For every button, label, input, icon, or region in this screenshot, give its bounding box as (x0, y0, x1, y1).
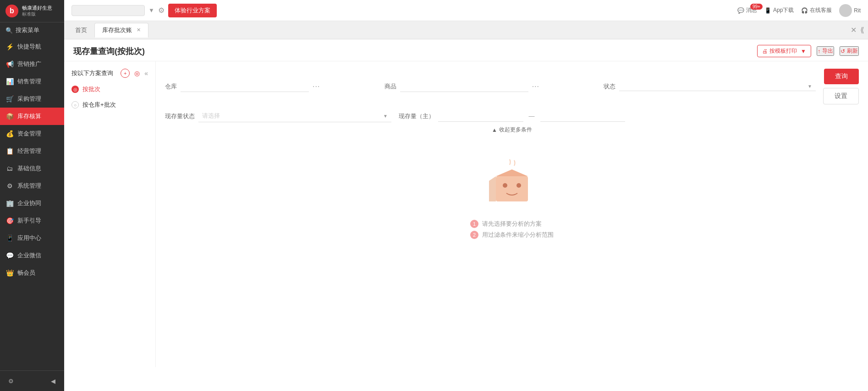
enterprise-icon: 🏢 (5, 199, 14, 207)
settings-button-query[interactable]: 设置 (823, 88, 859, 104)
user-avatar[interactable]: Rit (839, 4, 861, 17)
status-select[interactable]: ▼ (619, 82, 816, 91)
sidebar: b 畅康通好生意 标准版 🔍 搜索菜单 ⚡ 快捷导航 📢 营销推广 📊 (0, 0, 64, 391)
export-button[interactable]: ↑ 导出 (817, 46, 834, 56)
page-header-actions: 🖨 按模板打印 ▼ ↑ 导出 ↺ 刷新 (757, 45, 859, 57)
refresh-icon: ↺ (841, 48, 845, 54)
expand-icon[interactable]: ⟪ (860, 26, 864, 34)
template-print-button[interactable]: 🖨 按模板打印 ▼ (757, 45, 811, 57)
marketing-icon: 📢 (5, 60, 14, 68)
print-icon: 🖨 (762, 48, 768, 54)
sidebar-item-basic[interactable]: 🗂 基础信息 (0, 160, 64, 177)
sidebar-item-newbie[interactable]: 🎯 新手引导 (0, 212, 64, 229)
sidebar-item-purchase[interactable]: 🛒 采购管理 (0, 90, 64, 108)
sidebar-item-inventory[interactable]: 📦 库存核算 (0, 108, 64, 125)
wechat-icon: 💬 (5, 251, 14, 260)
settings-button[interactable]: ⚙ (5, 375, 16, 386)
warehouse-input[interactable] (181, 81, 309, 92)
tab-inventory-batch[interactable]: 库存批次账 ✕ (94, 23, 148, 38)
collapse-left-panel-icon[interactable]: « (144, 70, 148, 77)
basic-icon: 🗂 (5, 164, 14, 173)
topbar-search-input[interactable] (71, 5, 145, 16)
sidebar-search[interactable]: 🔍 搜索菜单 (0, 22, 64, 38)
sidebar-item-system[interactable]: ⚙ 系统管理 (0, 177, 64, 195)
company-name: 畅康通好生意 (22, 5, 52, 11)
tab-home[interactable]: 首页 (68, 23, 94, 38)
quick-nav-icon: ⚡ (5, 43, 14, 51)
query-button[interactable]: 查询 (824, 69, 859, 84)
plan-item-warehouse-batch[interactable]: ○ 按仓库+批次 (64, 97, 155, 113)
topbar: ▼ ⚙ 体验行业方案 💬 消息 99+ 📱 App下载 🎧 在线客服 (64, 0, 868, 21)
stock-qty-min[interactable] (438, 111, 523, 122)
sidebar-nav: ⚡ 快捷导航 📢 营销推广 📊 销售管理 🛒 采购管理 📦 库存核算 💰 (0, 38, 64, 370)
sidebar-item-finance[interactable]: 💰 资金管理 (0, 125, 64, 142)
plan-dot-active: ◎ (71, 86, 79, 93)
print-dropdown-icon[interactable]: ▼ (801, 48, 806, 54)
operations-icon: 📋 (5, 147, 14, 155)
tab-close-button[interactable]: ✕ (137, 27, 141, 33)
collapse-more-button[interactable]: ▲ 收起更多条件 (165, 122, 859, 137)
trial-button[interactable]: 体验行业方案 (168, 4, 217, 17)
sidebar-item-member[interactable]: 👑 畅会员 (0, 264, 64, 282)
system-icon: ⚙ (5, 182, 14, 190)
newbie-icon: 🎯 (5, 217, 14, 225)
messages-button[interactable]: 💬 消息 99+ (737, 6, 757, 14)
sidebar-item-operations[interactable]: 📋 经营管理 (0, 142, 64, 160)
svg-marker-4 (489, 176, 496, 201)
app-logo: b (5, 5, 18, 17)
warehouse-more-icon[interactable]: ··· (313, 82, 320, 91)
product-more-icon[interactable]: ··· (532, 82, 539, 91)
topbar-dropdown-icon[interactable]: ▼ (148, 7, 154, 14)
topbar-gear-icon[interactable]: ⚙ (158, 6, 165, 15)
filter-status: 状态 ▼ (604, 82, 816, 91)
main-content: ▼ ⚙ 体验行业方案 💬 消息 99+ 📱 App下载 🎧 在线客服 (64, 0, 868, 391)
settings-icon: ⚙ (8, 378, 14, 385)
collapse-more-icon: ▲ (492, 127, 497, 133)
svg-point-2 (503, 183, 507, 188)
filter-row-2: 现存量状态 请选择 ▼ 现存量（主） — (165, 110, 859, 122)
refresh-button[interactable]: ↺ 刷新 (840, 46, 859, 56)
empty-state: 1 请先选择要分析的方案 2 用过滤条件来缩小分析范围 (165, 156, 859, 239)
app-edition: 标准版 (22, 11, 52, 17)
plan-settings-icon[interactable]: ◎ (132, 69, 142, 78)
sidebar-item-quick-nav[interactable]: ⚡ 快捷导航 (0, 38, 64, 55)
stock-qty-max[interactable] (540, 111, 626, 122)
messages-badge: 99+ (750, 4, 763, 10)
sidebar-item-apps[interactable]: 📱 应用中心 (0, 229, 64, 247)
page-title: 现存量查询(按批次) (73, 46, 145, 57)
app-download-button[interactable]: 📱 App下载 (764, 6, 794, 14)
filter-row-1: 仓库 ··· 商品 ··· 状态 (165, 69, 859, 104)
svg-point-3 (516, 183, 521, 188)
sidebar-item-enterprise[interactable]: 🏢 企业协同 (0, 195, 64, 212)
plan-item-batch[interactable]: ◎ 按批次 (64, 81, 155, 97)
sidebar-item-wechat[interactable]: 💬 企业微信 (0, 247, 64, 264)
filter-area: 仓库 ··· 商品 ··· 状态 (165, 69, 859, 137)
tabs-bar: 首页 库存批次账 ✕ ✕ ⟪ (64, 21, 868, 39)
filter-stock-qty: 现存量（主） — (399, 111, 625, 122)
export-icon: ↑ (818, 48, 820, 54)
actions-col: 查询 设置 (823, 69, 859, 104)
right-panel: 仓库 ··· 商品 ··· 状态 (156, 61, 868, 367)
filter-warehouse: 仓库 ··· (165, 81, 377, 92)
online-service-button[interactable]: 🎧 在线客服 (801, 6, 832, 14)
finance-icon: 💰 (5, 130, 14, 138)
add-plan-button[interactable]: + (121, 69, 130, 78)
page-header: 现存量查询(按批次) 🖨 按模板打印 ▼ ↑ 导出 ↺ 刷新 (64, 39, 868, 61)
stock-qty-range: — (438, 111, 625, 122)
sidebar-item-sales[interactable]: 📊 销售管理 (0, 73, 64, 90)
stock-status-select[interactable]: 请选择 ▼ (198, 110, 391, 122)
svg-rect-0 (496, 176, 528, 201)
sidebar-item-marketing[interactable]: 📢 营销推广 (0, 55, 64, 73)
left-panel-header: 按以下方案查询 + ◎ « (64, 67, 155, 81)
svg-marker-1 (496, 169, 528, 176)
messages-icon: 💬 (737, 7, 744, 14)
sales-icon: 📊 (5, 77, 14, 86)
collapse-sidebar-button[interactable]: ◀ (48, 375, 59, 386)
close-panel-icon[interactable]: ✕ (851, 26, 857, 34)
search-icon: 🔍 (5, 27, 13, 34)
product-input[interactable] (400, 81, 528, 92)
topbar-left: ▼ ⚙ 体验行业方案 (71, 4, 732, 17)
headset-icon: 🎧 (801, 7, 808, 14)
collapse-icon: ◀ (51, 378, 55, 385)
empty-hint-2: 2 用过滤条件来缩小分析范围 (470, 231, 554, 239)
